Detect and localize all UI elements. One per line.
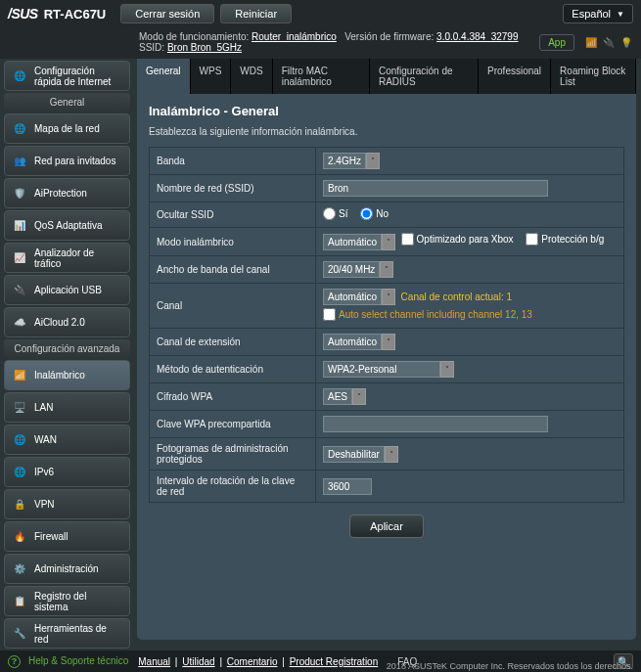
chevron-down-icon: ˅ [380,261,393,278]
panel-desc: Establezca la siguiente información inal… [149,126,624,137]
gauge-icon: 📊 [12,218,27,234]
row-pmf-label: Fotogramas de administración protegidos [150,438,316,470]
sidebar-aicloud[interactable]: ☁️AiCloud 2.0 [4,307,130,337]
ext-channel-select[interactable]: Automático˅ [323,334,395,350]
chevron-down-icon: ˅ [382,234,395,250]
sidebar-section-advanced: Configuración avanzada [4,339,130,358]
globe-gear-icon: 🌐 [12,68,27,84]
chevron-down-icon: ˅ [440,361,454,378]
app-button[interactable]: App [539,34,574,51]
rotation-input[interactable] [323,478,372,495]
globe-icon: 🌐 [12,432,27,448]
usb-icon: 🔌 [12,283,27,298]
row-ssid-label: Nombre de red (SSID) [150,175,316,202]
channel-select[interactable]: Automático˅ [323,289,395,305]
sidebar-syslog[interactable]: 📋Registro del sistema [4,586,130,616]
hide-ssid-yes[interactable]: Sí [323,207,347,220]
footer-links: Manual | Utilidad | Comentario | Product… [136,656,380,667]
sidebar-wan[interactable]: 🌐WAN [4,425,130,455]
wmode-select[interactable]: Automático˅ [323,234,395,250]
chevron-down-icon: ˅ [352,388,366,405]
tab-general[interactable]: General [137,59,191,94]
sidebar-usb-app[interactable]: 🔌Aplicación USB [4,275,130,305]
chevron-down-icon: ˅ [382,289,395,305]
sidebar-section-general: General [4,93,130,112]
xbox-opt-check[interactable]: Optimizado para Xbox [401,233,514,246]
log-icon: 📋 [12,594,27,609]
chevron-down-icon: ˅ [382,334,395,350]
hide-ssid-no[interactable]: No [360,207,389,220]
sidebar-traffic[interactable]: 📈Analizador de tráfico [4,243,130,273]
tab-mac-filter[interactable]: Filtro MAC inalámbrico [273,59,370,94]
auto-channel-12-13-check[interactable]: Auto select channel including channel 12… [323,308,532,321]
tab-professional[interactable]: Professional [479,59,551,94]
auth-select[interactable]: WPA2-Personal˅ [323,361,454,378]
copyright-text: 2018 ASUSTeK Computer Inc. Reservados to… [387,661,633,671]
cloud-icon: ☁️ [12,315,27,331]
chevron-down-icon: ˅ [366,153,380,169]
logout-button[interactable]: Cerrar sesión [120,4,214,23]
link-utility[interactable]: Utilidad [182,656,214,667]
row-bw-label: Ancho de banda del canal [150,256,316,284]
help-label: Help & Soporte técnico [28,656,128,666]
bg-protect-check[interactable]: Protección b/g [526,233,604,246]
row-psk-label: Clave WPA precompartida [150,411,316,438]
link-registration[interactable]: Product Registration [290,656,379,667]
row-band-label: Banda [150,148,316,175]
sidebar: 🌐Configuración rápida de Internet Genera… [0,59,134,650]
people-icon: 👥 [12,154,27,169]
link-feedback[interactable]: Comentario [227,656,278,667]
sidebar-admin[interactable]: ⚙️Administración [4,554,130,584]
chart-icon: 📈 [12,250,27,266]
tab-roaming[interactable]: Roaming Block List [551,59,636,94]
encryption-select[interactable]: AES˅ [323,388,366,405]
tab-wps[interactable]: WPS [191,59,232,94]
bandwidth-select[interactable]: 20/40 MHz˅ [323,261,393,278]
link-manual[interactable]: Manual [138,656,170,667]
row-auth-label: Método de autenticación [150,356,316,383]
tab-radius[interactable]: Configuración de RADIUS [370,59,479,94]
row-hide-label: Ocultar SSID [150,202,316,228]
apply-button[interactable]: Aplicar [349,515,424,538]
band-select[interactable]: 2.4GHz˅ [323,153,380,169]
wifi-icon: 📶 [12,368,27,383]
gear-icon: ⚙️ [12,561,27,577]
help-icon[interactable]: ? [8,655,21,668]
shield-icon: 🛡️ [12,186,27,202]
row-ext-label: Canal de extensión [150,329,316,356]
status-info: Modo de funcionamiento: Router_inalámbri… [139,31,539,53]
sidebar-guest-network[interactable]: 👥Red para invitados [4,146,130,176]
tab-bar: General WPS WDS Filtro MAC inalámbrico C… [137,59,636,94]
tab-wds[interactable]: WDS [231,59,272,94]
brand-logo: /SUS [8,6,38,22]
chevron-down-icon: ˅ [385,446,398,463]
ssid-input[interactable] [323,180,548,197]
sidebar-network-map[interactable]: 🌐Mapa de la red [4,113,130,144]
sidebar-lan[interactable]: 🖥️LAN [4,392,130,423]
usb-status-icon[interactable]: 🔌 [601,35,616,50]
sidebar-ipv6[interactable]: 🌐IPv6 [4,457,130,487]
sidebar-vpn[interactable]: 🔒VPN [4,489,130,519]
sidebar-quick-setup[interactable]: 🌐Configuración rápida de Internet [4,61,130,91]
row-chan-label: Canal [150,284,316,329]
reboot-button[interactable]: Reiniciar [220,4,292,23]
language-select[interactable]: Español [563,4,633,23]
language-label: Español [572,8,611,20]
current-channel-text: Canal de control actual: 1 [401,291,512,302]
row-enc-label: Cifrado WPA [150,383,316,411]
led-status-icon[interactable]: 💡 [618,35,633,50]
panel-title: Inalámbrico - General [149,104,624,118]
sidebar-qos[interactable]: 📊QoS Adaptativa [4,210,130,241]
row-rotation-label: Intervalo de rotación de la clave de red [150,470,316,503]
sidebar-aiprotection[interactable]: 🛡️AiProtection [4,178,130,208]
wifi-status-icon[interactable]: 📶 [583,35,598,50]
sidebar-nettools[interactable]: 🔧Herramientas de red [4,618,130,649]
sidebar-wireless[interactable]: 📶Inalámbrico [4,360,130,390]
sidebar-firewall[interactable]: 🔥Firewall [4,521,130,552]
firewall-icon: 🔥 [12,529,27,545]
pmf-select[interactable]: Deshabilitar˅ [323,446,398,463]
tools-icon: 🔧 [12,626,27,642]
ipv6-icon: 🌐 [12,465,27,480]
row-wmode-label: Modo inalámbrico [150,228,316,256]
psk-input[interactable] [323,416,548,432]
